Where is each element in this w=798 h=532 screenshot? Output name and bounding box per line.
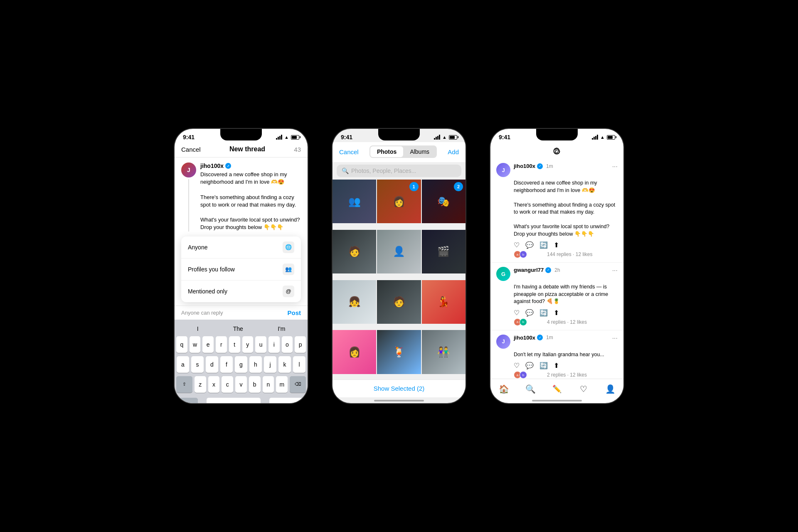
space-key[interactable]: space [207, 398, 261, 404]
photo-cell-5[interactable]: 👤 [377, 230, 421, 273]
thread-line [188, 179, 189, 232]
battery-icon-3 [607, 135, 615, 140]
post-3-more-button[interactable]: ··· [612, 335, 618, 342]
key-b[interactable]: b [249, 376, 261, 393]
post-2-user-line: gwangurl77 ✓ 2h [514, 267, 609, 273]
keyboard-row-1: q w e r t y u i o p [176, 336, 306, 353]
key-a[interactable]: a [177, 356, 189, 373]
photo-cell-3[interactable]: 🎭 2 [422, 180, 466, 223]
key-h[interactable]: h [249, 356, 262, 373]
key-q[interactable]: q [176, 336, 187, 353]
shift-key[interactable]: ⇧ [176, 376, 192, 393]
photo-cell-8[interactable]: 🧑 [377, 280, 421, 324]
key-u[interactable]: u [255, 336, 266, 353]
photo-cell-11[interactable]: 🍹 [377, 330, 421, 374]
post-1-meta: jiho100x ✓ 1m [514, 163, 609, 169]
repost-icon-2[interactable]: 🔄 [539, 309, 548, 317]
photo-cell-7[interactable]: 👧 [332, 280, 376, 324]
wifi-icon-3: ▲ [600, 135, 605, 140]
post-button[interactable]: Post [287, 309, 301, 316]
reply-option-mention[interactable]: Mentioned only @ [181, 281, 301, 302]
key-x[interactable]: x [208, 376, 220, 393]
compose-footer: Anyone can reply Post [175, 305, 308, 320]
photo-cell-2[interactable]: 👩 1 [377, 180, 421, 223]
photo-cell-12[interactable]: 👫 [422, 330, 466, 374]
repost-icon-3[interactable]: 🔄 [539, 362, 548, 369]
tab-photos[interactable]: Photos [370, 146, 403, 157]
key-z[interactable]: z [195, 376, 206, 393]
post-1-avatar[interactable]: J [496, 163, 510, 177]
key-f[interactable]: f [220, 356, 233, 373]
post-3-avatar[interactable]: J [496, 335, 510, 349]
signal-icon-2 [434, 135, 440, 140]
nav-compose[interactable]: ✏️ [551, 383, 563, 395]
comment-icon-2[interactable]: 💬 [525, 309, 534, 317]
photo-cell-10[interactable]: 👩 [332, 330, 376, 374]
like-icon-1[interactable]: ♡ [514, 241, 520, 249]
nav-likes[interactable]: ♡ [578, 383, 589, 395]
key-m[interactable]: m [276, 376, 288, 393]
post-2-avatar[interactable]: G [496, 267, 510, 281]
post-2-more-button[interactable]: ··· [612, 267, 618, 274]
key-g[interactable]: g [235, 356, 247, 373]
photo-picker-header: Cancel Photos Albums Add [332, 142, 466, 162]
compose-text[interactable]: Discovered a new coffee shop in my neigh… [200, 171, 301, 232]
status-time-3: 9:41 [499, 134, 510, 140]
comment-icon-3[interactable]: 💬 [525, 362, 534, 369]
photo-cell-4[interactable]: 🧑 [332, 230, 376, 273]
home-indicator-3 [532, 400, 582, 401]
nav-home[interactable]: 🏠 [498, 383, 510, 395]
suggestion-i[interactable]: I [194, 325, 202, 333]
key-v[interactable]: v [235, 376, 247, 393]
like-icon-3[interactable]: ♡ [514, 362, 520, 369]
at-icon: @ [283, 286, 294, 297]
cancel-button[interactable]: Cancel [181, 146, 201, 153]
photo-cell-6[interactable]: 🎬 [422, 230, 466, 273]
key-w[interactable]: w [190, 336, 201, 353]
post-3-username[interactable]: jiho100x [514, 335, 535, 341]
suggestion-im[interactable]: I'm [274, 325, 288, 333]
key-c[interactable]: c [222, 376, 233, 393]
post-1-more-button[interactable]: ··· [612, 163, 618, 170]
repost-icon-1[interactable]: 🔄 [539, 241, 548, 249]
phone-1: 9:41 ▲ Cancel New thread 43 J [175, 129, 308, 403]
key-y[interactable]: y [242, 336, 254, 353]
photo-cancel-button[interactable]: Cancel [339, 148, 359, 155]
key-i[interactable]: i [268, 336, 280, 353]
suggestion-the[interactable]: The [230, 325, 246, 333]
photo-search[interactable]: 🔍 Photos, People, Places... [337, 165, 461, 177]
comment-icon-1[interactable]: 💬 [525, 241, 534, 249]
threads-logo [551, 145, 563, 157]
reply-mention-label: Mentioned only [188, 288, 227, 295]
add-button[interactable]: Add [448, 148, 459, 155]
key-d[interactable]: d [206, 356, 218, 373]
tab-albums[interactable]: Albums [403, 146, 436, 157]
key-e[interactable]: e [202, 336, 214, 353]
return-key[interactable]: return [269, 398, 303, 404]
key-t[interactable]: t [229, 336, 240, 353]
nav-profile[interactable]: 👤 [604, 383, 616, 395]
key-s[interactable]: s [191, 356, 204, 373]
delete-key[interactable]: ⌫ [290, 376, 306, 393]
reply-option-anyone[interactable]: Anyone 🌐 [181, 236, 301, 259]
notch-2 [378, 129, 420, 140]
share-icon-2[interactable]: ⬆ [554, 309, 559, 317]
key-l[interactable]: l [293, 356, 305, 373]
key-j[interactable]: j [264, 356, 276, 373]
photo-cell-1[interactable]: 👥 [332, 180, 376, 223]
reply-option-follow[interactable]: Profiles you follow 👥 [181, 259, 301, 281]
photo-cell-9[interactable]: 💃 [422, 280, 466, 324]
key-o[interactable]: o [282, 336, 293, 353]
post-2-username[interactable]: gwangurl77 [514, 267, 544, 273]
nav-search[interactable]: 🔍 [525, 383, 536, 395]
like-icon-2[interactable]: ♡ [514, 309, 520, 317]
key-k[interactable]: k [278, 356, 291, 373]
share-icon-3[interactable]: ⬆ [554, 362, 559, 369]
key-n[interactable]: n [263, 376, 274, 393]
key-p[interactable]: p [295, 336, 306, 353]
show-selected-button[interactable]: Show Selected (2) [374, 385, 425, 392]
abc-key[interactable]: ABC [180, 398, 198, 404]
share-icon-1[interactable]: ⬆ [554, 241, 559, 249]
key-r[interactable]: r [216, 336, 227, 353]
post-1-username[interactable]: jiho100x [514, 163, 535, 169]
